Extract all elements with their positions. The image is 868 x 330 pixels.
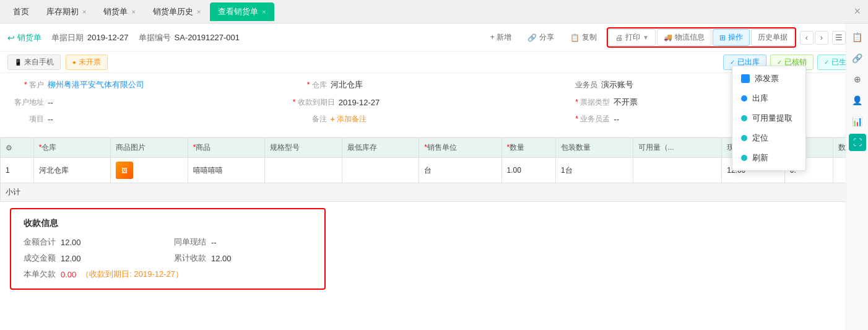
row-unit: 台 bbox=[419, 158, 501, 183]
tab-close-inventory[interactable]: × bbox=[82, 8, 86, 15]
sidebar-expand-icon[interactable]: ⛶ bbox=[849, 134, 866, 151]
status-no-invoice[interactable]: ● 未开票 bbox=[66, 54, 108, 70]
new-button[interactable]: + 新增 bbox=[484, 30, 518, 45]
dropdown-add-invoice[interactable]: 添发票 bbox=[732, 69, 805, 89]
sidebar-add-icon[interactable]: ⊕ bbox=[849, 71, 866, 88]
staff2-group: 业务员孟 -- bbox=[575, 114, 858, 124]
dropdown-dispatch[interactable]: 出库 bbox=[732, 89, 805, 108]
main-content: ↩ 销货单 单据日期 2019-12-27 单据编号 SA-20191227-0… bbox=[0, 24, 868, 330]
overdue-value: 0.00 bbox=[61, 270, 76, 279]
receipt-info-box: 收款信息 金额合计 12.00 同单现结 -- 成交金额 12.00 累计收款 … bbox=[10, 208, 326, 290]
print-operate-highlight: 🖨 打印 ▼ 🚚 物流信息 ⊞ 操作 历史单据 bbox=[607, 27, 796, 48]
status-mobile[interactable]: 📱 来自手机 bbox=[7, 54, 61, 70]
same-order-label: 同单现结 bbox=[174, 237, 206, 248]
list-view-button[interactable]: ☰ bbox=[832, 31, 846, 45]
dropdown-refresh[interactable]: 刷新 bbox=[732, 148, 805, 168]
row-min-stock bbox=[342, 158, 419, 183]
right-sidebar: 📋 🔗 ⊕ 👤 📊 ⛶ bbox=[846, 24, 868, 330]
copy-button[interactable]: 📋 复制 bbox=[564, 30, 603, 45]
logistics-button[interactable]: 🚚 物流信息 bbox=[657, 29, 711, 46]
dropdown-available-extract[interactable]: 可用量提取 bbox=[732, 108, 805, 128]
receipt-cumulative-row: 累计收款 12.00 bbox=[174, 253, 312, 264]
tab-sales-order[interactable]: 销货单 × bbox=[95, 2, 143, 21]
operate-dropdown: 添发票 出库 可用量提取 定位 刷新 bbox=[732, 66, 806, 171]
tab-close-sales[interactable]: × bbox=[131, 8, 135, 15]
address-value: -- bbox=[48, 98, 53, 107]
col-warehouse: *仓库 bbox=[33, 138, 111, 158]
dispatch-icon bbox=[741, 95, 747, 102]
available-extract-icon bbox=[741, 115, 747, 121]
receipt-same-order-row: 同单现结 -- bbox=[174, 237, 312, 248]
receipt-overdue-row: 本单欠款 0.00 （收款到期日: 2019-12-27） bbox=[24, 269, 312, 280]
tab-close-view[interactable]: × bbox=[262, 8, 266, 15]
add-note-button[interactable]: 添加备注 bbox=[331, 114, 367, 124]
cumulative-label: 累计收款 bbox=[174, 253, 206, 264]
row-spec bbox=[265, 158, 342, 183]
col-available: 可用量（... bbox=[633, 138, 722, 158]
prev-record-button[interactable]: ‹ bbox=[800, 31, 814, 45]
address-group: 客户地址 -- bbox=[10, 97, 293, 108]
due-date-value: 2019-12-27 bbox=[339, 98, 380, 107]
col-image: 商品图片 bbox=[111, 138, 188, 158]
row-index: 1 bbox=[1, 158, 34, 183]
project-value: -- bbox=[48, 115, 53, 124]
ticket-label: 票据类型 bbox=[575, 97, 610, 108]
form-row-1: 客户 柳州粤港平安气体有限公司 仓库 河北仓库 业务员 演示账号 bbox=[10, 79, 858, 90]
sidebar-link-icon[interactable]: 🔗 bbox=[849, 50, 866, 67]
next-record-button[interactable]: › bbox=[815, 31, 828, 45]
toolbar: ↩ 销货单 单据日期 2019-12-27 单据编号 SA-20191227-0… bbox=[0, 24, 868, 52]
row-pack: 1台 bbox=[556, 158, 633, 183]
staff2-label: 业务员孟 bbox=[575, 114, 610, 124]
overdue-note: （收款到期日: 2019-12-27） bbox=[81, 269, 183, 280]
row-quantity: 1.00 bbox=[501, 158, 555, 183]
address-label: 客户地址 bbox=[10, 97, 44, 108]
history-button[interactable]: 历史单据 bbox=[751, 29, 794, 46]
tab-sales-history[interactable]: 销货单历史 × bbox=[145, 2, 209, 21]
customer-group: 客户 柳州粤港平安气体有限公司 bbox=[10, 79, 293, 90]
col-min-stock: 最低库存 bbox=[342, 138, 419, 158]
form-row-3: 项目 -- 备注 添加备注 业务员孟 -- bbox=[10, 114, 858, 124]
row-product: 嘻嘻嘻嘻 bbox=[188, 158, 265, 183]
ticket-group: 票据类型 不开票 bbox=[575, 97, 858, 108]
sidebar-user-icon[interactable]: 👤 bbox=[849, 92, 866, 109]
warehouse-label: 仓库 bbox=[293, 80, 327, 90]
operate-button[interactable]: ⊞ 操作 bbox=[713, 29, 750, 46]
receipt-total-row: 金额合计 12.00 bbox=[24, 237, 162, 248]
project-group: 项目 -- bbox=[10, 114, 293, 124]
sidebar-doc-icon[interactable]: 📋 bbox=[849, 28, 866, 46]
staff2-value: -- bbox=[614, 115, 619, 124]
note-group: 备注 添加备注 bbox=[293, 114, 576, 124]
doc-number-field: 单据编号 SA-20191227-001 bbox=[139, 32, 240, 43]
tab-home[interactable]: 首页 bbox=[5, 2, 37, 21]
overdue-label: 本单欠款 bbox=[24, 269, 56, 280]
tab-view-sales-order[interactable]: 查看销货单 × bbox=[210, 2, 274, 21]
customer-value[interactable]: 柳州粤港平安气体有限公司 bbox=[48, 79, 144, 90]
staff-value: 演示账号 bbox=[601, 79, 633, 90]
row-warehouse: 河北仓库 bbox=[33, 158, 111, 183]
share-button[interactable]: 🔗 分享 bbox=[521, 30, 560, 45]
receipt-transaction-row: 成交金额 12.00 bbox=[24, 253, 162, 264]
nav-arrows: ‹ › bbox=[800, 31, 828, 45]
due-date-group: 收款到期日 2019-12-27 bbox=[293, 97, 576, 108]
staff-group: 业务员 演示账号 bbox=[575, 79, 858, 90]
transaction-label: 成交金额 bbox=[24, 253, 56, 264]
cumulative-value: 12.00 bbox=[211, 254, 232, 263]
tab-inventory-init[interactable]: 库存期初 × bbox=[38, 2, 94, 21]
refresh-icon bbox=[741, 155, 747, 161]
print-button[interactable]: 🖨 打印 ▼ bbox=[609, 29, 656, 46]
staff-sub-label: 业务员 bbox=[575, 80, 597, 90]
tab-bar-right: × bbox=[851, 5, 863, 18]
dropdown-locate[interactable]: 定位 bbox=[732, 128, 805, 148]
col-settings[interactable]: ⚙ bbox=[1, 138, 34, 158]
subtotal-row: 小计 bbox=[1, 183, 868, 202]
due-date-label: 收款到期日 bbox=[293, 97, 335, 108]
transaction-value: 12.00 bbox=[61, 254, 81, 263]
sidebar-chart-icon[interactable]: 📊 bbox=[849, 113, 866, 130]
window-close-button[interactable]: × bbox=[851, 5, 863, 18]
warehouse-group: 仓库 河北仓库 bbox=[293, 79, 576, 90]
locate-icon bbox=[741, 135, 747, 141]
tab-close-history[interactable]: × bbox=[197, 8, 201, 15]
col-product: *商品 bbox=[188, 138, 265, 158]
doc-type-label: ↩ 销货单 bbox=[7, 32, 41, 43]
receipt-grid: 金额合计 12.00 同单现结 -- 成交金额 12.00 累计收款 12.00 bbox=[24, 237, 312, 280]
